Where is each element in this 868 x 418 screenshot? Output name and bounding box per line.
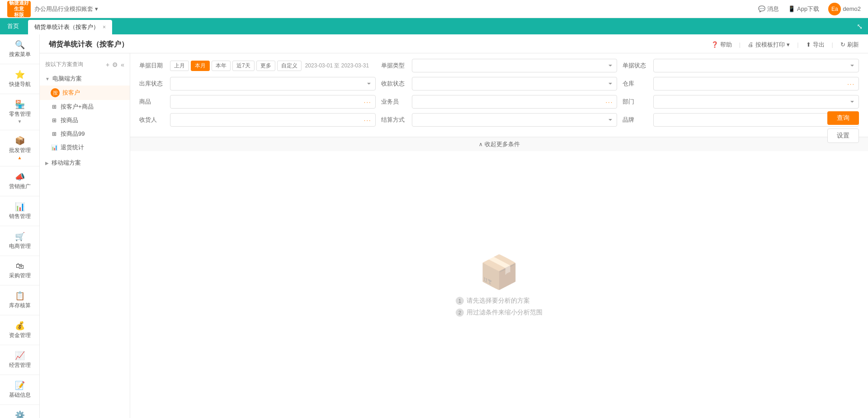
date-btn-last-month[interactable]: 上月 [170,61,189,71]
topbar: 畅捷通好生意 标版 办公用品行业模拟账套 ▾ 💬 消息 📱 App下载 Ea d… [0,0,868,18]
empty-hint-1: 1 请先选择要分析的方案 [456,297,542,305]
page-actions: ❓ 帮助 | 🖨 按模板打印 ▾ | ⬆ 导出 | ↻ 刷新 [711,41,859,49]
receiver-multi-select[interactable]: ··· [170,113,376,127]
date-range-display: 2023-03-01 至 2023-03-31 [305,62,369,70]
settlement-label: 结算方式 [381,116,408,124]
add-scheme-button[interactable]: + [106,61,109,68]
sidebar-item-purchase[interactable]: 🛍 采购管理 [0,256,39,285]
sidebar-item-ecommerce[interactable]: 🛒 电商管理 [0,226,39,256]
filter-settlement: 结算方式 [381,113,618,127]
tab-label: 销货单统计表（按客户） [34,23,99,31]
content-body: 按以下方案查询 + ⚙ « ▼ 电脑端方案 按 按客户 [40,53,868,418]
tab-sales-stats[interactable]: 销货单统计表（按客户） × [28,20,112,34]
tab-close-icon[interactable]: × [103,24,106,30]
goods-dots[interactable]: ··· [364,99,372,105]
date-btn-7days[interactable]: 近7天 [232,61,255,71]
date-btn-this-month[interactable]: 本月 [191,61,210,71]
sidebar-item-marketing[interactable]: 📣 营销推广 [0,166,39,196]
ship-status-select[interactable] [170,77,376,90]
pay-status-select[interactable] [412,77,618,90]
business-icon: 📈 [4,351,36,361]
refresh-button[interactable]: ↻ 刷新 [840,41,859,49]
receiver-dots[interactable]: ··· [364,117,372,124]
date-btn-custom[interactable]: 自定义 [277,61,302,71]
wholesale-icon: 📦 [4,136,36,146]
finance-icon: 💰 [4,321,36,331]
sidebar-item-finance[interactable]: 💰 资金管理 [0,315,39,345]
tree-item-customer-goods[interactable]: ⊞ 按客户+商品 [40,100,130,114]
settlement-select[interactable] [412,113,618,127]
tree-item-by-customer[interactable]: 按 按客户 [40,86,130,100]
help-button[interactable]: ❓ 帮助 [711,41,732,49]
filter-row-2: 出库状态 收款状态 仓库 [139,77,859,90]
tabbar-actions: ⤡ [853,22,868,31]
settings-scheme-button[interactable]: ⚙ [112,61,118,68]
sidebar-item-label: 基础信息 [4,391,36,399]
system-icon: ⚙️ [4,410,36,418]
inventory-icon: 📋 [4,291,36,301]
sidebar-item-basic[interactable]: 📝 基础信息 [0,375,39,405]
app-download-button[interactable]: 📱 App下载 [788,5,819,13]
tree-item-label: 按客户 [62,89,80,97]
order-status-select[interactable] [653,59,859,72]
print-button[interactable]: 🖨 按模板打印 ▾ [748,41,790,49]
date-btn-more[interactable]: 更多 [256,61,275,71]
sidebar-item-business[interactable]: 📈 经营管理 [0,345,39,375]
logo-text: 畅捷通好生意 标版 [7,0,31,18]
panel-actions: + ⚙ « [106,61,124,68]
order-type-select[interactable] [412,59,618,72]
tabbar: 首页 销货单统计表（按客户） × ⤡ [0,18,868,34]
tree-item-goods[interactable]: ⊞ 按商品 [40,114,130,127]
salesman-dots[interactable]: ··· [605,99,613,105]
warehouse-dots[interactable]: ··· [847,81,855,87]
tree-group-mobile[interactable]: ▶ 移动端方案 [40,156,130,170]
tree-item-label: 按商品 [61,116,78,124]
sidebar-item-inventory[interactable]: 📋 库存核算 [0,285,39,315]
sidebar-item-label: 销售管理 [4,213,36,220]
warehouse-multi-select[interactable]: ··· [653,77,859,90]
filter-ship-status: 出库状态 [139,77,376,90]
right-panel: 单据日期 上月 本月 本年 近7天 更多 自定义 2023-03-01 至 20… [130,53,868,418]
tab-home[interactable]: 首页 [0,18,26,34]
sidebar-item-system[interactable]: ⚙️ 系统管理 [0,405,39,418]
panel-title: 按以下方案查询 [45,61,83,68]
order-type-label: 单据类型 [381,62,408,70]
salesman-multi-select[interactable]: ··· [412,95,618,109]
collapse-panel-button[interactable]: « [121,61,124,68]
collapse-filters-button[interactable]: ∧ 收起更多条件 [130,137,868,151]
sidebar-item-sales[interactable]: 📊 销售管理 [0,196,39,226]
collapse-icon: ∧ [479,141,483,147]
sidebar-item-search[interactable]: 🔍 搜索菜单 [0,34,39,64]
user-menu[interactable]: Ea demo2 [828,3,861,15]
date-btn-this-year[interactable]: 本年 [212,61,231,71]
sidebar-item-wholesale[interactable]: 📦 批发管理 ▲ [0,130,39,166]
print-icon: 🖨 [748,41,754,48]
query-button[interactable]: 查询 [827,111,859,125]
export-button[interactable]: ⬆ 导出 [806,41,825,49]
industry-selector[interactable]: 办公用品行业模拟账套 ▾ [34,5,98,13]
tab-maximize-icon[interactable]: ⤡ [857,22,863,31]
filter-dept: 部门 [623,95,859,109]
sidebar-item-navigation[interactable]: ⭐ 快捷导航 [0,64,39,94]
dept-label: 部门 [623,98,650,106]
retail-icon: 🏪 [4,100,36,109]
date-label: 单据日期 [139,62,166,70]
goods-label: 商品 [139,98,166,106]
settings-button[interactable]: 设置 [827,128,859,143]
content-area: 销货单统计表（按客户） ❓ 帮助 | 🖨 按模板打印 ▾ | ⬆ 导出 | [40,34,868,418]
main-layout: 🔍 搜索菜单 ⭐ 快捷导航 🏪 零售管理 ▼ 📦 批发管理 ▲ 📣 营销推广 📊… [0,34,868,418]
tree-item-goods99[interactable]: ⊞ 按商品99 [40,127,130,141]
industry-chevron-icon: ▾ [95,5,98,12]
page-title: 销货单统计表（按客户） [49,40,128,49]
brand-label: 品牌 [623,116,650,124]
message-button[interactable]: 💬 消息 [758,5,779,13]
dept-select[interactable] [653,95,859,109]
goods-multi-select[interactable]: ··· [170,95,376,109]
tree-item-return-stats[interactable]: 📊 退货统计 [40,141,130,154]
search-icon: 🔍 [4,40,36,50]
tree-group-desktop[interactable]: ▼ 电脑端方案 [40,72,130,86]
logo: 畅捷通好生意 标版 [7,1,31,17]
sidebar-item-retail[interactable]: 🏪 零售管理 ▼ [0,94,39,130]
page-header: 销货单统计表（按客户） ❓ 帮助 | 🖨 按模板打印 ▾ | ⬆ 导出 | [40,34,868,53]
grid2-icon: ⊞ [51,117,58,124]
